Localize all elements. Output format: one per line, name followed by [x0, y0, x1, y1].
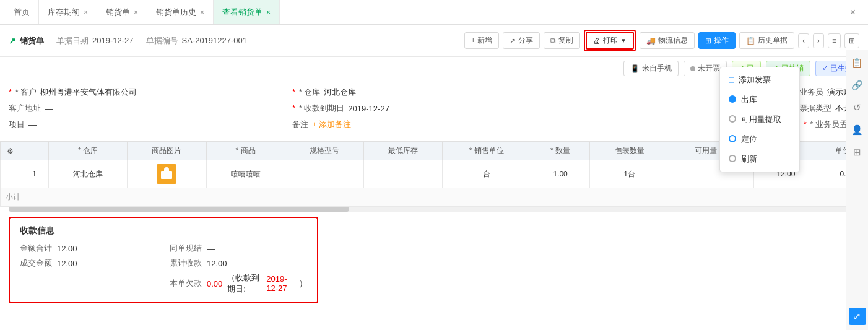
- outstanding-item: 本单欠款 0.00 （收款到期日: 2019-12-27 ）: [170, 272, 307, 295]
- warehouse-value: 河北仓库: [324, 87, 356, 98]
- doc-title: ↗ 销货单: [9, 35, 44, 46]
- logistics-button[interactable]: 🚚 物流信息: [640, 32, 695, 49]
- subtotal-row: 小计: [1, 188, 868, 207]
- right-sidebar: 📋 🔗 ↺ 👤 ⊞ ⤢: [846, 50, 868, 330]
- project-field: 项目 —: [9, 119, 292, 130]
- total-amount-value: 12.00: [57, 244, 77, 253]
- sidebar-icon-refresh[interactable]: ↺: [849, 99, 866, 116]
- tab-view-sales-close[interactable]: ×: [266, 8, 271, 17]
- print-icon: 🖨: [593, 37, 601, 45]
- doc-date-field: 单据日期 2019-12-27: [56, 35, 134, 46]
- due-date-field: * * 收款到期日 2019-12-27: [292, 103, 576, 114]
- refresh-icon: [729, 155, 736, 164]
- operate-icon: ⊞: [705, 37, 711, 45]
- col-no: [20, 142, 49, 160]
- due-date-value: 2019-12-27: [348, 104, 389, 113]
- customer-value: 柳州粤港平安气体有限公司: [40, 87, 137, 98]
- tab-sales[interactable]: 销货单 ×: [97, 0, 147, 24]
- address-field: 客户地址 —: [9, 103, 292, 114]
- history-icon: 📋: [746, 37, 755, 45]
- payment-title: 收款信息: [20, 225, 307, 237]
- add-invoice-menu-item[interactable]: □ 添加发票: [720, 70, 799, 90]
- product-thumbnail: [157, 164, 176, 184]
- print-dropdown-icon: ▼: [620, 37, 627, 44]
- print-highlight-box: 🖨 打印 ▼: [584, 30, 636, 51]
- outstanding-date: 2019-12-27: [266, 274, 294, 293]
- collected-value: 12.00: [207, 259, 227, 268]
- window-close-button[interactable]: ×: [843, 7, 863, 18]
- phone-icon: 📱: [630, 64, 640, 73]
- project-value: —: [28, 120, 37, 129]
- tab-home[interactable]: 首页: [5, 0, 39, 24]
- doc-header: ↗ 销货单 单据日期 2019-12-27 单据编号 SA-20191227-0…: [0, 25, 868, 57]
- sidebar-icon-doc[interactable]: 📋: [849, 54, 866, 72]
- svg-rect-0: [161, 171, 172, 179]
- locate-icon: [729, 135, 736, 144]
- sidebar-icon-link[interactable]: 🔗: [849, 77, 866, 94]
- share-button[interactable]: ↗ 分享: [503, 32, 540, 49]
- history-button[interactable]: 📋 历史单据: [739, 32, 794, 49]
- customer-field: * * 客户 柳州粤港平安气体有限公司: [9, 87, 292, 98]
- prev-button[interactable]: ‹: [798, 33, 809, 48]
- doc-number-field: 单据编号 SA-20191227-001: [146, 35, 248, 46]
- available-qty-icon: [729, 115, 736, 124]
- tab-sales-close[interactable]: ×: [134, 8, 138, 17]
- ticket-type-field: * * 票据类型 不开票: [576, 103, 859, 114]
- operate-dropdown-menu: □ 添加发票 出库 可用量提取 定位 刷新: [719, 67, 800, 172]
- tab-view-sales[interactable]: 查看销货单 ×: [214, 0, 280, 24]
- settlement-item: 同单现结 —: [170, 243, 307, 254]
- transaction-value: 12.00: [57, 259, 77, 268]
- refresh-menu-item[interactable]: 刷新: [720, 149, 799, 169]
- sidebar-icon-expand[interactable]: ⤢: [849, 308, 866, 325]
- new-button[interactable]: + 新增: [464, 32, 499, 49]
- warehouse-field: * * 仓库 河北仓库: [292, 87, 576, 98]
- col-gear[interactable]: ⚙: [1, 142, 20, 160]
- operate-button[interactable]: ⊞ 操作: [698, 32, 736, 49]
- col-unit: * 销售单位: [442, 142, 531, 160]
- col-package-qty: 包装数量: [590, 142, 669, 160]
- available-qty-menu-item[interactable]: 可用量提取: [720, 110, 799, 129]
- col-product: * 商品: [206, 142, 285, 160]
- payment-info-box: 收款信息 金额合计 12.00 同单现结 — 成交金额 12.00 累计收款 1…: [9, 217, 318, 303]
- outbound-icon: [729, 95, 736, 105]
- next-button[interactable]: ›: [813, 33, 824, 48]
- address-value: —: [45, 104, 53, 113]
- outstanding-value: 0.00: [207, 279, 222, 289]
- truck-icon: 🚚: [646, 37, 656, 45]
- add-note-button[interactable]: + 添加备注: [312, 119, 351, 130]
- payment-grid: 金额合计 12.00 同单现结 — 成交金额 12.00 累计收款 12.00 …: [20, 243, 307, 295]
- from-phone-button[interactable]: 📱 来自手机: [623, 61, 679, 76]
- outbound-menu-item[interactable]: 出库: [720, 90, 799, 110]
- table-scrollbar[interactable]: [9, 207, 859, 212]
- col-qty: * 数量: [531, 142, 590, 160]
- sidebar-icon-grid[interactable]: ⊞: [849, 144, 866, 161]
- copy-button[interactable]: ⧉ 复制: [544, 32, 580, 49]
- transaction-item: 成交金额 12.00: [20, 258, 157, 269]
- col-min-stock: 最低库存: [363, 142, 442, 160]
- locate-menu-item[interactable]: 定位: [720, 129, 799, 149]
- print-button[interactable]: 🖨 打印 ▼: [586, 32, 634, 50]
- doc-type-label: 销货单: [20, 35, 44, 46]
- tab-bar: 首页 库存期初 × 销货单 × 销货单历史 × 查看销货单 × ×: [0, 0, 868, 25]
- tab-inventory[interactable]: 库存期初 ×: [39, 0, 97, 24]
- copy-icon: ⧉: [550, 37, 556, 45]
- grid-view2-button[interactable]: ⊞: [844, 33, 859, 48]
- main-content: ↗ 销货单 单据日期 2019-12-27 单据编号 SA-20191227-0…: [0, 25, 868, 330]
- salesperson-field: 业务员 演示账号: [576, 87, 859, 98]
- sidebar-icon-user[interactable]: 👤: [849, 121, 866, 139]
- share-icon: ↗: [510, 37, 516, 45]
- salesperson2-field: * * 业务员孟 —: [576, 119, 859, 130]
- tab-sales-history[interactable]: 销货单历史 ×: [147, 0, 214, 24]
- grid-view1-button[interactable]: ≡: [828, 33, 841, 48]
- tab-inventory-close[interactable]: ×: [84, 8, 88, 17]
- scroll-thumb: [9, 207, 349, 212]
- not-invoiced-dot: [690, 66, 695, 71]
- note-field: 备注 + 添加备注: [292, 119, 576, 130]
- add-invoice-icon: □: [729, 75, 734, 85]
- col-warehouse: * 仓库: [49, 142, 128, 160]
- sales-order-icon: ↗: [9, 36, 16, 46]
- collected-item: 累计收款 12.00: [170, 258, 307, 269]
- total-amount-item: 金额合计 12.00: [20, 243, 157, 254]
- tab-sales-history-close[interactable]: ×: [200, 8, 204, 17]
- col-image: 商品图片: [128, 142, 206, 160]
